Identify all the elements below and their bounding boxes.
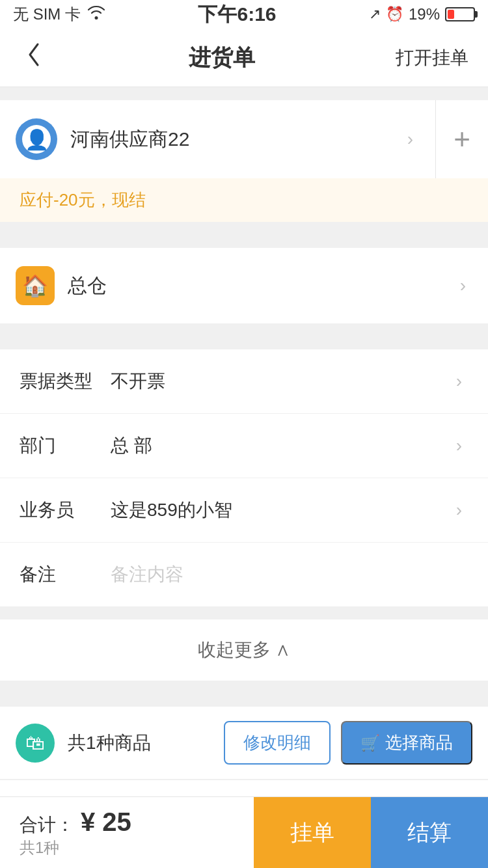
warehouse-section[interactable]: 🏠 总仓 › [0, 248, 488, 323]
invoice-type-chevron: › [456, 371, 462, 392]
open-hang-button[interactable]: 打开挂单 [396, 46, 468, 70]
supplier-name: 河南供应商22 [70, 126, 407, 153]
avatar-inner: 👤 [22, 125, 51, 154]
carrier-label: 无 SIM 卡 [13, 4, 81, 25]
section-gap-2 [0, 222, 488, 235]
collapse-label: 收起更多 ∧ [198, 640, 291, 660]
department-chevron: › [456, 435, 462, 456]
supplier-avatar: 👤 [16, 118, 57, 160]
time-display: 下午6:16 [198, 1, 276, 28]
remark-input[interactable]: 备注内容 [111, 562, 468, 587]
salesperson-chevron: › [456, 500, 462, 521]
battery-percent: 19% [409, 5, 440, 23]
total-label: 合计： [20, 813, 74, 837]
person-icon: 👤 [25, 128, 49, 151]
salesperson-value: 这是859的小智 [111, 498, 456, 522]
status-bar: 无 SIM 卡 下午6:16 ↗ ⏰ 19% [0, 0, 488, 29]
department-label: 部门 [20, 433, 111, 458]
total-amount: ¥ 25 [81, 807, 131, 837]
chevron-icon: › [407, 129, 413, 150]
warehouse-icon-wrap: 🏠 [16, 266, 55, 305]
status-right: ↗ ⏰ 19% [369, 5, 475, 23]
select-product-label: 选择商品 [385, 731, 453, 754]
alarm-icon: ⏰ [386, 6, 403, 23]
location-icon: ↗ [369, 6, 381, 23]
hang-button[interactable]: 挂单 [254, 797, 371, 868]
products-icon-wrap: 🛍 [16, 724, 55, 763]
cart-icon: 🛒 [360, 734, 380, 752]
form-section: 票据类型 不开票 › 部门 总 部 › 业务员 这是859的小智 › 备注 备注… [0, 349, 488, 606]
section-gap-4 [0, 681, 488, 694]
supplier-section: 👤 河南供应商22 › + [0, 100, 488, 178]
warehouse-chevron: › [460, 275, 466, 296]
battery-icon [445, 7, 475, 21]
products-bag-icon: 🛍 [25, 732, 45, 754]
collapse-button[interactable]: 收起更多 ∧ [0, 619, 488, 681]
supplier-row[interactable]: 👤 河南供应商22 › [0, 100, 436, 178]
invoice-type-label: 票据类型 [20, 369, 111, 394]
section-gap-3 [0, 323, 488, 336]
wifi-icon [87, 5, 105, 23]
nav-bar: 进货单 打开挂单 [0, 29, 488, 87]
salesperson-label: 业务员 [20, 498, 111, 522]
total-label-row: 合计： ¥ 25 [20, 807, 234, 837]
products-header: 🛍 共1种商品 修改明细 🛒 选择商品 [0, 707, 488, 779]
add-supplier-button[interactable]: + [436, 123, 488, 156]
warehouse-name: 总仓 [68, 273, 460, 299]
warehouse-icon: 🏠 [22, 273, 48, 298]
department-value: 总 部 [111, 433, 456, 458]
bottom-bar: 合计： ¥ 25 共1种 挂单 结算 [0, 796, 488, 868]
back-button[interactable] [20, 35, 48, 80]
page-title: 进货单 [189, 43, 255, 73]
invoice-type-value: 不开票 [111, 369, 456, 394]
invoice-type-row[interactable]: 票据类型 不开票 › [0, 349, 488, 414]
department-row[interactable]: 部门 总 部 › [0, 414, 488, 478]
notice-text: 应付-20元，现结 [20, 190, 146, 210]
notice-bar: 应付-20元，现结 [0, 178, 488, 222]
remark-label: 备注 [20, 562, 111, 587]
edit-detail-button[interactable]: 修改明细 [224, 721, 331, 765]
status-left: 无 SIM 卡 [13, 4, 105, 25]
section-gap-1 [0, 87, 488, 100]
total-count: 共1种 [20, 837, 234, 858]
settle-button[interactable]: 结算 [371, 797, 488, 868]
remark-row[interactable]: 备注 备注内容 [0, 543, 488, 606]
total-section: 合计： ¥ 25 共1种 [0, 797, 254, 868]
select-product-button[interactable]: 🛒 选择商品 [341, 721, 472, 765]
salesperson-row[interactable]: 业务员 这是859的小智 › [0, 478, 488, 543]
products-count: 共1种商品 [68, 731, 224, 755]
